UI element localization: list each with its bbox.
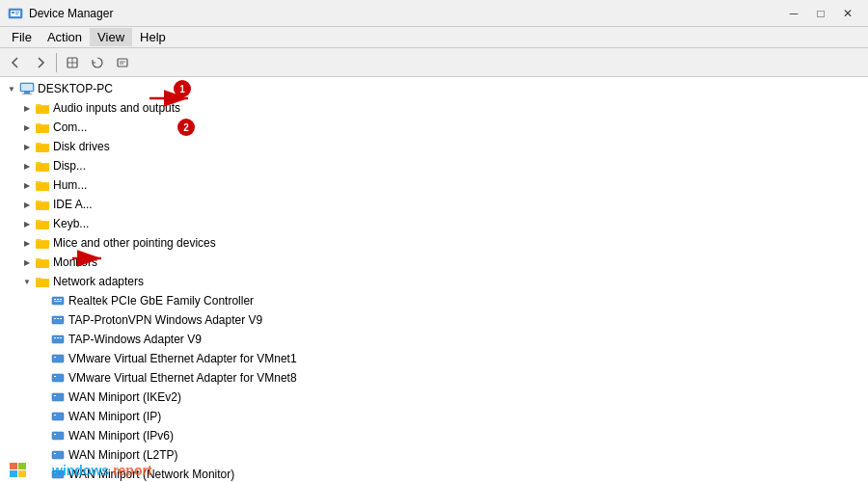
windows-logo bbox=[10, 463, 48, 478]
expand-keyboards[interactable]: ▶ bbox=[19, 216, 35, 231]
svg-rect-40 bbox=[52, 374, 64, 382]
tree-item-hum[interactable]: ▶ Hum... bbox=[0, 175, 868, 195]
expand-audio[interactable]: ▶ bbox=[19, 100, 35, 116]
close-button[interactable]: ✕ bbox=[835, 4, 860, 23]
svg-rect-12 bbox=[21, 84, 33, 91]
menu-help[interactable]: Help bbox=[132, 28, 174, 46]
expand-disk[interactable]: ▶ bbox=[19, 139, 35, 154]
svg-rect-43 bbox=[54, 395, 56, 396]
tree-item-root[interactable]: ▼ 1 DESKTOP-PC bbox=[0, 79, 868, 98]
expand-display[interactable]: ▶ bbox=[19, 158, 35, 174]
svg-rect-26 bbox=[54, 299, 56, 300]
expand-ide[interactable]: ▶ bbox=[19, 197, 35, 212]
expand-network[interactable]: ▼ bbox=[19, 274, 35, 289]
folder-icon-audio bbox=[35, 100, 50, 116]
tree-label-keyboards: Keyb... bbox=[53, 217, 89, 230]
folder-icon-com bbox=[35, 120, 50, 135]
tree-item-tap-windows[interactable]: TAP-Windows Adapter V9 bbox=[0, 330, 868, 349]
folder-icon-mice bbox=[35, 235, 50, 251]
title-bar: Device Manager ─ □ ✕ bbox=[0, 0, 868, 27]
properties-icon bbox=[116, 56, 129, 69]
tree-item-audio[interactable]: ▶ Audio inputs and outputs bbox=[0, 98, 868, 118]
back-button[interactable] bbox=[4, 51, 27, 74]
network-device-icon-tap-proton bbox=[50, 312, 66, 328]
svg-rect-57 bbox=[10, 463, 17, 469]
svg-rect-17 bbox=[36, 144, 49, 152]
tree-label-audio: Audio inputs and outputs bbox=[53, 101, 180, 115]
tree-item-tap-proton[interactable]: TAP-ProtonVPN Windows Adapter V9 bbox=[0, 310, 868, 330]
svg-rect-42 bbox=[52, 393, 64, 401]
svg-rect-31 bbox=[54, 318, 56, 319]
tree-item-ide[interactable]: ▶ IDE A... bbox=[0, 195, 868, 214]
svg-rect-22 bbox=[36, 240, 49, 249]
tree-item-com[interactable]: ▶ 2 Com... bbox=[0, 118, 868, 137]
tree-item-realtek[interactable]: Realtek PCIe GbE Family Controller bbox=[0, 291, 868, 310]
main-content: ▼ 1 DESKTOP-PC ▶ bbox=[0, 77, 868, 482]
tree-item-disk[interactable]: ▶ Disk drives bbox=[0, 137, 868, 156]
update-button[interactable] bbox=[86, 51, 109, 74]
tree-item-monitors[interactable]: ▶ Monitors bbox=[0, 253, 868, 272]
network-device-icon-tap-windows bbox=[50, 332, 66, 347]
expand-mice[interactable]: ▶ bbox=[19, 235, 35, 251]
tree-label-tap-proton: TAP-ProtonVPN Windows Adapter V9 bbox=[68, 313, 262, 327]
tree-label-tap-windows: TAP-Windows Adapter V9 bbox=[68, 333, 202, 346]
folder-icon-keyboards bbox=[35, 216, 50, 231]
maximize-button[interactable]: □ bbox=[808, 4, 833, 23]
tree-label-network: Network adapters bbox=[53, 275, 144, 288]
network-device-icon-wan-ikev2 bbox=[50, 389, 66, 405]
forward-button[interactable] bbox=[29, 51, 52, 74]
svg-rect-8 bbox=[118, 59, 127, 67]
tree-item-wan-ip[interactable]: WAN Miniport (IP) bbox=[0, 407, 868, 426]
tree-item-wan-ipv6[interactable]: WAN Miniport (IPv6) bbox=[0, 426, 868, 445]
svg-rect-18 bbox=[36, 163, 49, 172]
svg-rect-29 bbox=[54, 301, 62, 302]
badge-1: 1 bbox=[174, 80, 191, 97]
minimize-button[interactable]: ─ bbox=[781, 4, 806, 23]
svg-rect-36 bbox=[57, 337, 59, 338]
expand-monitors[interactable]: ▶ bbox=[19, 254, 35, 270]
menu-action[interactable]: Action bbox=[40, 28, 90, 46]
svg-rect-13 bbox=[24, 92, 30, 94]
tree-label-disk: Disk drives bbox=[53, 140, 110, 153]
svg-rect-15 bbox=[36, 105, 49, 114]
tree-item-network[interactable]: ▼ Network adapters bbox=[0, 272, 868, 291]
tree-item-wan-ikev2[interactable]: WAN Miniport (IKEv2) bbox=[0, 388, 868, 407]
tree-item-display[interactable]: ▶ Disp... bbox=[0, 156, 868, 175]
network-device-icon-wan-ipv6 bbox=[50, 428, 66, 443]
svg-rect-46 bbox=[52, 432, 64, 440]
properties-button[interactable] bbox=[111, 51, 134, 74]
tree-item-vmware1[interactable]: VMware Virtual Ethernet Adapter for VMne… bbox=[0, 349, 868, 368]
computer-icon bbox=[19, 81, 35, 96]
svg-rect-58 bbox=[18, 463, 26, 469]
tree-item-wan-l2tp[interactable]: WAN Miniport (L2TP) bbox=[0, 445, 868, 465]
svg-rect-38 bbox=[52, 355, 64, 362]
expand-root[interactable]: ▼ bbox=[4, 81, 19, 96]
svg-rect-48 bbox=[52, 451, 64, 459]
tree-label-ide: IDE A... bbox=[53, 198, 93, 211]
svg-rect-30 bbox=[52, 316, 64, 324]
svg-rect-4 bbox=[15, 13, 18, 14]
tree-label-com: Com... bbox=[53, 120, 87, 134]
network-device-icon-vmware1 bbox=[50, 351, 66, 366]
svg-rect-24 bbox=[36, 279, 49, 287]
tree-item-vmware8[interactable]: VMware Virtual Ethernet Adapter for VMne… bbox=[0, 368, 868, 388]
title-bar-title: Device Manager bbox=[29, 7, 113, 20]
svg-rect-45 bbox=[54, 415, 56, 415]
tree-label-display: Disp... bbox=[53, 159, 86, 173]
menu-view[interactable]: View bbox=[90, 28, 132, 46]
tree-item-keyboards[interactable]: ▶ Keyb... bbox=[0, 214, 868, 233]
expand-hum[interactable]: ▶ bbox=[19, 177, 35, 193]
expand-realtek bbox=[35, 293, 50, 308]
tree-label-mice: Mice and other pointing devices bbox=[53, 236, 216, 250]
scan-button[interactable] bbox=[61, 51, 84, 74]
tree-item-mice[interactable]: ▶ Mice and other pointing devices bbox=[0, 233, 868, 253]
expand-com[interactable]: ▶ bbox=[19, 120, 35, 135]
menu-file[interactable]: File bbox=[4, 28, 40, 46]
svg-rect-3 bbox=[15, 12, 19, 13]
title-bar-controls: ─ □ ✕ bbox=[781, 4, 860, 23]
title-bar-left: Device Manager bbox=[8, 6, 113, 21]
svg-rect-16 bbox=[36, 124, 49, 133]
tree-label-monitors: Monitors bbox=[53, 255, 97, 269]
svg-rect-33 bbox=[60, 318, 62, 319]
tree-pane[interactable]: ▼ 1 DESKTOP-PC ▶ bbox=[0, 77, 868, 482]
